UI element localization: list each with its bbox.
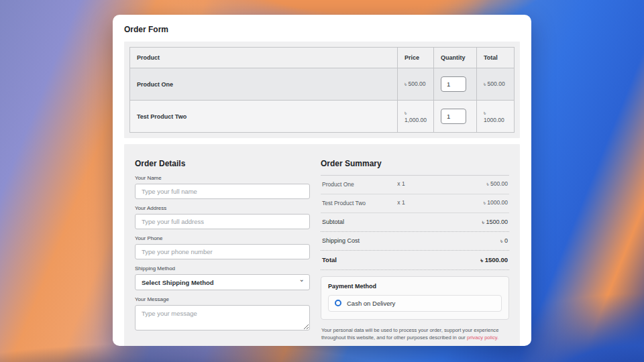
- phone-field-group: Your Phone: [135, 235, 310, 259]
- order-details-panel: Order Details Your Name Your Address You…: [135, 155, 310, 346]
- shipping-method-field-group: Shipping Method Select Shipping Method ⌄: [135, 265, 310, 290]
- phone-label: Your Phone: [135, 235, 310, 241]
- message-field-group: Your Message: [135, 296, 310, 333]
- column-header-total: Total: [477, 48, 515, 68]
- subtotal-row: Subtotal ৳ 1500.00: [321, 213, 509, 232]
- shipping-cost-label: Shipping Cost: [322, 237, 360, 245]
- message-textarea[interactable]: [135, 305, 310, 330]
- shipping-method-label: Shipping Method: [135, 265, 310, 272]
- subtotal-amount: ৳ 1500.00: [482, 219, 508, 226]
- name-field-group: Your Name: [135, 175, 310, 199]
- item-amount: ৳ 500.00: [432, 180, 508, 188]
- payment-option-label: Cash on Delivery: [347, 300, 395, 307]
- order-summary-heading: Order Summary: [321, 159, 509, 168]
- table-header-row: Product Price Quantity Total: [130, 48, 515, 68]
- privacy-notice: Your personal data will be used to proce…: [321, 326, 508, 343]
- price-cell: ৳ 500.00: [397, 68, 433, 101]
- product-table-section: Product Price Quantity Total Product One…: [124, 42, 520, 138]
- privacy-policy-link[interactable]: privacy policy.: [467, 335, 498, 341]
- checkout-section: Order Details Your Name Your Address You…: [124, 144, 520, 346]
- item-qty: x 1: [370, 180, 432, 187]
- quantity-cell: [434, 101, 477, 133]
- shipping-method-select[interactable]: Select Shipping Method: [135, 274, 310, 290]
- name-label: Your Name: [135, 175, 310, 181]
- item-name: Test Product Two: [322, 199, 370, 208]
- shipping-cost-amount: ৳ 0: [500, 237, 508, 245]
- table-row: Product One ৳ 500.00 ৳ 500.00: [130, 68, 515, 101]
- total-amount: ৳ 1500.00: [480, 256, 508, 264]
- product-name-cell: Test Product Two: [130, 101, 398, 133]
- total-label: Total: [322, 256, 337, 264]
- total-cell: ৳ 1000.00: [477, 101, 515, 133]
- product-table: Product Price Quantity Total Product One…: [129, 47, 515, 133]
- column-header-product: Product: [130, 48, 398, 68]
- quantity-input[interactable]: [441, 109, 466, 124]
- product-name-cell: Product One: [130, 68, 398, 101]
- address-label: Your Address: [135, 205, 310, 211]
- table-row: Test Product Two ৳ 1,000.00 ৳ 1000.00: [130, 101, 515, 133]
- page-title: Order Form: [124, 25, 520, 34]
- summary-line-item: Test Product Two x 1 ৳ 1000.00: [321, 194, 509, 213]
- order-summary-panel: Order Summary Product One x 1 ৳ 500.00 T…: [321, 155, 509, 346]
- item-qty: x 1: [370, 199, 432, 206]
- payment-option-cash-on-delivery[interactable]: Cash on Delivery: [328, 295, 502, 312]
- item-amount: ৳ 1000.00: [432, 199, 508, 206]
- order-summary-box: Product One x 1 ৳ 500.00 Test Product Tw…: [321, 175, 509, 270]
- item-name: Product One: [322, 180, 370, 189]
- phone-input[interactable]: [135, 244, 310, 259]
- name-input[interactable]: [135, 184, 310, 199]
- radio-button-icon[interactable]: [335, 300, 341, 306]
- order-details-heading: Order Details: [135, 159, 310, 168]
- quantity-cell: [434, 68, 477, 101]
- payment-method-box: Payment Method Cash on Delivery: [321, 276, 509, 320]
- column-header-price: Price: [397, 48, 433, 68]
- shipping-cost-row: Shipping Cost ৳ 0: [321, 232, 509, 251]
- address-input[interactable]: [135, 214, 310, 229]
- price-cell: ৳ 1,000.00: [397, 101, 433, 133]
- subtotal-label: Subtotal: [322, 219, 344, 226]
- column-header-quantity: Quantity: [434, 48, 477, 68]
- address-field-group: Your Address: [135, 205, 310, 229]
- total-cell: ৳ 500.00: [477, 68, 515, 101]
- summary-line-item: Product One x 1 ৳ 500.00: [321, 176, 509, 194]
- total-row: Total ৳ 1500.00: [321, 251, 509, 270]
- payment-method-heading: Payment Method: [328, 283, 502, 290]
- order-form-window: Order Form Product Price Quantity Total …: [113, 15, 531, 346]
- message-label: Your Message: [135, 296, 310, 302]
- quantity-input[interactable]: [441, 76, 466, 92]
